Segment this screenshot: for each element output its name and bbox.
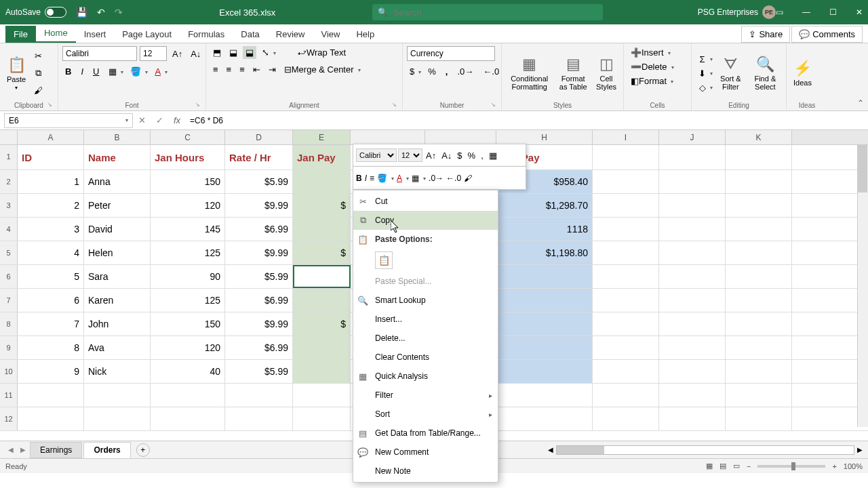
cell[interactable] <box>225 407 293 430</box>
cell[interactable] <box>496 336 593 359</box>
cell[interactable]: Name <box>84 145 151 169</box>
comma-icon[interactable]: , <box>443 65 451 78</box>
cell[interactable] <box>659 170 726 193</box>
find-select-button[interactable]: 🔍Find & Select <box>749 53 782 94</box>
cell[interactable] <box>593 170 659 193</box>
row-header[interactable]: 3 <box>0 194 18 217</box>
autosave-toggle[interactable]: AutoSave <box>5 7 66 18</box>
cell[interactable]: 120 <box>151 336 225 359</box>
decrease-font-icon[interactable]: A↓ <box>188 47 203 60</box>
tab-insert[interactable]: Insert <box>76 26 115 43</box>
cell[interactable] <box>659 218 726 241</box>
mini-font-name[interactable]: Calibri <box>356 148 397 162</box>
cell[interactable] <box>293 336 351 359</box>
cell[interactable]: 125 <box>151 289 225 312</box>
fill-color-icon[interactable]: 🪣 <box>127 65 148 78</box>
cell[interactable]: 9 <box>18 360 84 383</box>
decrease-decimal-icon[interactable]: ←.0 <box>480 65 502 78</box>
vertical-scrollbar[interactable] <box>857 145 868 427</box>
cut-icon[interactable]: ✂ <box>31 49 45 62</box>
cell[interactable] <box>593 241 659 264</box>
cell[interactable] <box>593 384 659 407</box>
tab-review[interactable]: Review <box>268 26 313 43</box>
ctx-insert[interactable]: Insert... <box>353 310 498 329</box>
cell[interactable]: 5 <box>18 265 84 288</box>
cell[interactable]: 4 <box>18 241 84 264</box>
cell[interactable] <box>496 289 593 312</box>
cell[interactable]: $9.99 <box>225 241 293 264</box>
bold-button[interactable]: B <box>62 65 74 78</box>
zoom-slider[interactable] <box>757 465 825 468</box>
copy-icon[interactable]: ⧉ <box>31 66 45 80</box>
ctx-delete[interactable]: Delete... <box>353 329 498 348</box>
autosum-icon[interactable]: Σ <box>696 53 713 66</box>
cell[interactable]: 150 <box>151 170 225 193</box>
ctx-sort[interactable]: Sort <box>353 405 498 424</box>
mini-border-icon[interactable]: ▦ <box>412 174 426 183</box>
row-header[interactable]: 10 <box>0 360 18 383</box>
row-header[interactable]: 2 <box>0 170 18 193</box>
cell[interactable]: $ <box>293 194 351 217</box>
cell[interactable] <box>726 170 792 193</box>
mini-dec-dec-icon[interactable]: ←.0 <box>446 174 461 183</box>
cell[interactable]: 1118 <box>496 218 593 241</box>
align-center-icon[interactable]: ≡ <box>224 63 235 76</box>
ctx-paste-button[interactable]: 📋 <box>375 251 393 269</box>
cell[interactable] <box>84 407 151 430</box>
cell[interactable]: Jan Pay <box>293 145 351 169</box>
ribbon-display-icon[interactable]: ▭ <box>776 7 783 17</box>
cell[interactable]: 150 <box>151 312 225 336</box>
formula-input[interactable] <box>186 116 868 125</box>
cell[interactable] <box>496 360 593 383</box>
align-middle-icon[interactable]: ⬓ <box>226 46 240 59</box>
cell[interactable]: 2 <box>18 194 84 217</box>
cell[interactable]: Peter <box>84 194 151 217</box>
col-header-g[interactable] <box>425 130 496 144</box>
sheet-nav-prev-icon[interactable]: ◀ <box>5 446 16 453</box>
underline-button[interactable]: U <box>90 65 102 78</box>
group-clipboard[interactable]: Clipboard <box>4 100 54 110</box>
cell[interactable]: 6 <box>18 289 84 312</box>
ctx-new-comment[interactable]: 💬New Comment <box>353 443 498 462</box>
cell[interactable] <box>726 407 792 430</box>
cell[interactable]: 1 <box>18 170 84 193</box>
cell[interactable] <box>593 407 659 430</box>
sheet-tab-earnings[interactable]: Earnings <box>30 442 82 458</box>
cell[interactable] <box>151 407 225 430</box>
cell[interactable] <box>726 289 792 312</box>
scroll-left-icon[interactable]: ◀ <box>548 446 553 453</box>
increase-decimal-icon[interactable]: .0→ <box>454 65 476 78</box>
cell[interactable] <box>726 312 792 336</box>
cell[interactable]: 145 <box>151 218 225 241</box>
user-account[interactable]: PSG Enterprises PE <box>698 5 776 19</box>
cell[interactable] <box>496 312 593 336</box>
add-sheet-button[interactable]: + <box>136 443 150 457</box>
cell[interactable]: $ <box>293 241 351 264</box>
cell[interactable]: Sara <box>84 265 151 288</box>
cell[interactable]: Jan Hours <box>151 145 225 169</box>
cell[interactable] <box>293 218 351 241</box>
page-break-icon[interactable]: ▭ <box>733 462 740 470</box>
cell[interactable] <box>593 194 659 217</box>
cell[interactable]: $6.99 <box>225 289 293 312</box>
cell[interactable]: $5.99 <box>225 170 293 193</box>
cell[interactable]: Helen <box>84 241 151 264</box>
font-name-input[interactable] <box>62 46 137 61</box>
delete-cells-button[interactable]: ➖ Delete <box>628 60 674 73</box>
ctx-new-note[interactable]: New Note <box>353 462 498 481</box>
cell[interactable] <box>293 170 351 193</box>
border-icon[interactable]: ▦ <box>106 65 123 78</box>
mini-font-size[interactable]: 12 <box>398 148 422 162</box>
toggle-off-icon[interactable] <box>45 7 66 18</box>
row-header[interactable]: 5 <box>0 241 18 264</box>
mini-comma-icon[interactable]: , <box>479 149 486 162</box>
normal-view-icon[interactable]: ▦ <box>706 462 713 470</box>
group-alignment[interactable]: Alignment <box>210 100 398 110</box>
fill-icon[interactable]: ⬇ <box>696 67 713 80</box>
col-header-j[interactable]: J <box>659 130 726 144</box>
col-header-i[interactable]: I <box>593 130 659 144</box>
cell[interactable] <box>726 194 792 217</box>
paste-button[interactable]: 📋Paste▾ <box>4 54 28 94</box>
increase-indent-icon[interactable]: ⇥ <box>266 63 279 76</box>
name-box[interactable]: E6▾ <box>4 113 133 128</box>
